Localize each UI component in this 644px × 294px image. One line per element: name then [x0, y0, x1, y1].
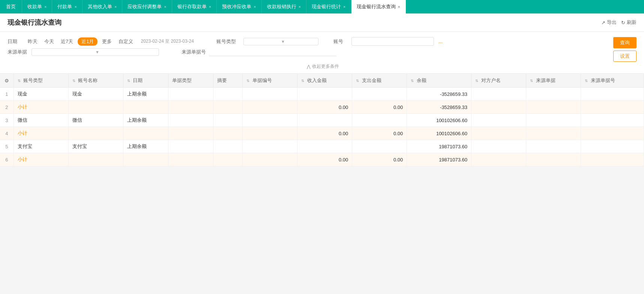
source-doc-no-cell [581, 114, 644, 127]
export-button[interactable]: ↗ 导出 [601, 19, 617, 26]
summary-cell [213, 127, 242, 140]
doc-type-cell [168, 101, 213, 114]
balance-cell: 100102606.60 [407, 127, 471, 140]
col-account-type[interactable]: ⇅ 账号类型 [14, 74, 68, 88]
close-icon[interactable]: × [343, 4, 345, 9]
header-actions: ↗ 导出 ↻ 刷新 [601, 19, 636, 26]
col-balance[interactable]: ⇅ 余额 [407, 74, 471, 88]
date-opt-custom[interactable]: 自定义 [116, 37, 135, 46]
col-date[interactable]: ⇅ 日期 [123, 74, 168, 88]
sort-icon: ⇅ [411, 79, 414, 83]
date-cell: 上期余额 [123, 140, 168, 153]
nav-tab-现金银行统计[interactable]: 现金银行统计 × [306, 0, 351, 13]
sort-icon: ⇅ [301, 79, 304, 83]
doc-type-cell [168, 127, 213, 140]
close-icon[interactable]: × [164, 4, 166, 9]
account-type-arrow: ▼ [281, 39, 315, 44]
close-icon[interactable]: × [74, 4, 77, 9]
sort-icon: ⇅ [127, 79, 130, 83]
expense-cell: 0.00 [352, 153, 407, 166]
table-container: ⚙ ⇅ 账号类型 ⇅ 账号名称 ⇅ 日期 单据类型 摘要 [0, 74, 644, 166]
counterparty-cell [471, 140, 526, 153]
date-opt-1month[interactable]: 近1月 [78, 37, 98, 46]
income-cell [297, 88, 352, 101]
account-input[interactable] [351, 37, 434, 46]
sort-icon: ⇅ [530, 79, 533, 83]
account-name-cell: 现金 [68, 88, 123, 101]
col-account-name[interactable]: ⇅ 账号名称 [68, 74, 123, 88]
date-opt-today[interactable]: 今天 [42, 37, 56, 46]
nav-tab-付款单[interactable]: 付款单 × [52, 0, 82, 13]
account-name-cell [68, 127, 123, 140]
close-icon[interactable]: × [398, 4, 400, 9]
doc-no-cell [242, 153, 297, 166]
row-num: 3 [0, 114, 14, 127]
sort-icon: ⇅ [246, 79, 249, 83]
refresh-button[interactable]: ↻ 刷新 [621, 19, 636, 26]
doc-no-cell [242, 88, 297, 101]
date-cell [123, 101, 168, 114]
nav-home[interactable]: 首页 [0, 0, 22, 13]
doc-no-cell [242, 114, 297, 127]
subtotal-label: 小计 [18, 130, 27, 136]
nav-tab-预收冲应收单[interactable]: 预收冲应收单 × [217, 0, 261, 13]
collapse-icon: ⋀ [307, 64, 311, 69]
account-type-cell: 小计 [14, 127, 68, 140]
more-dots-button[interactable]: ... [438, 39, 443, 44]
data-table: ⚙ ⇅ 账号类型 ⇅ 账号名称 ⇅ 日期 单据类型 摘要 [0, 74, 644, 166]
counterparty-cell [471, 153, 526, 166]
row-num: 5 [0, 140, 14, 153]
close-icon[interactable]: × [254, 4, 256, 9]
collapse-bar[interactable]: ⋀ 收起更多条件 [8, 63, 636, 70]
close-icon[interactable]: × [299, 4, 301, 9]
date-opt-7days[interactable]: 近7天 [59, 37, 75, 46]
row-num: 2 [0, 101, 14, 114]
nav-tab-收款单[interactable]: 收款单 × [22, 0, 52, 13]
col-expense[interactable]: ⇅ 支出金额 [352, 74, 407, 88]
income-cell [297, 140, 352, 153]
date-cell: 上期余额 [123, 88, 168, 101]
source-doc-num-input[interactable] [209, 48, 336, 56]
close-icon[interactable]: × [209, 4, 211, 9]
balance-cell: 19871073.60 [407, 140, 471, 153]
source-doc-no-cell [581, 127, 644, 140]
account-type-cell: 支付宝 [14, 140, 68, 153]
nav-tab-应收应付调整单[interactable]: 应收应付调整单 × [122, 0, 172, 13]
col-counterparty[interactable]: ⇅ 对方户名 [471, 74, 526, 88]
date-opt-more[interactable]: 更多 [100, 37, 114, 46]
col-income[interactable]: ⇅ 收入金额 [297, 74, 352, 88]
col-settings[interactable]: ⚙ [0, 74, 14, 88]
doc-no-cell [242, 140, 297, 153]
table-body: 1现金现金上期余额-3528659.332小计0.000.00-3528659.… [0, 88, 644, 166]
account-label: 账号 [333, 38, 345, 45]
doc-type-cell [168, 114, 213, 127]
table-row: 5支付宝支付宝上期余额19871073.60 [0, 140, 644, 153]
account-name-cell: 微信 [68, 114, 123, 127]
counterparty-cell [471, 88, 526, 101]
nav-tab-其他收入单[interactable]: 其他收入单 × [83, 0, 122, 13]
source-doc-cell [526, 114, 581, 127]
close-icon[interactable]: × [114, 4, 117, 9]
date-opt-yesterday[interactable]: 昨天 [26, 37, 40, 46]
balance-cell: 19871073.60 [407, 153, 471, 166]
nav-tab-现金银行流水查询[interactable]: 现金银行流水查询 × [351, 0, 406, 13]
source-doc-select[interactable]: ▼ [32, 48, 159, 56]
query-button[interactable]: 查询 [613, 37, 636, 48]
table-row: 3微信微信上期余额100102606.60 [0, 114, 644, 127]
sort-icon: ⇅ [475, 79, 478, 83]
col-source-doc-no[interactable]: ⇅ 来源单据号 [581, 74, 644, 88]
sort-icon: ⇅ [585, 79, 588, 83]
nav-tab-收款核销执行[interactable]: 收款核销执行 × [262, 0, 306, 13]
col-source-doc[interactable]: ⇅ 来源单据 [526, 74, 581, 88]
balance-cell: -3528659.33 [407, 88, 471, 101]
refresh-icon: ↻ [621, 20, 625, 25]
close-icon[interactable]: × [44, 4, 47, 9]
nav-tab-银行存取款单[interactable]: 银行存取款单 × [172, 0, 217, 13]
sort-icon: ⇅ [18, 79, 21, 83]
income-cell: 0.00 [297, 127, 352, 140]
row-num: 4 [0, 127, 14, 140]
settings-button[interactable]: 设置 [613, 51, 636, 62]
account-type-select[interactable]: ▼ [243, 38, 318, 45]
account-type-cell: 微信 [14, 114, 68, 127]
col-doc-no[interactable]: ⇅ 单据编号 [242, 74, 297, 88]
